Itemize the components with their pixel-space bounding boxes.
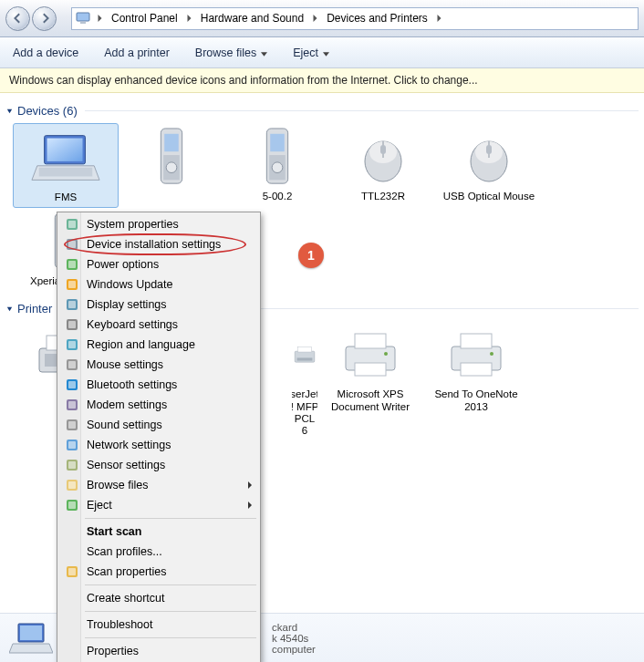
menu-item[interactable]: Start scan — [59, 522, 258, 542]
svg-rect-58 — [68, 361, 76, 368]
menu-item-label: Device installation settings — [87, 238, 221, 251]
menu-item[interactable]: Scan profiles... — [59, 542, 258, 562]
browse-files-button[interactable]: Browse files — [195, 47, 267, 59]
laptop-icon — [9, 620, 53, 657]
printer-label: serJet ! MFP PCL 6 — [292, 388, 317, 437]
menu-separator — [85, 637, 256, 638]
breadcrumb-item[interactable]: Devices and Printers — [321, 8, 433, 29]
device-label: 5-00.2 — [263, 191, 293, 202]
printer-item-xps[interactable]: Microsoft XPS Document Writer — [317, 321, 423, 440]
svg-rect-34 — [355, 334, 386, 348]
menu-item[interactable]: Scan properties — [59, 562, 258, 582]
menu-item[interactable]: Eject — [59, 495, 258, 515]
chevron-right-icon[interactable] — [183, 15, 195, 22]
menu-item[interactable]: Power options — [59, 254, 258, 274]
menu-item[interactable]: Device installation settings — [59, 234, 258, 254]
address-bar[interactable]: Control Panel Hardware and Sound Devices… — [71, 7, 639, 30]
menu-item[interactable]: Mouse settings — [59, 355, 258, 375]
menu-item[interactable]: Browse files — [59, 475, 258, 495]
device-item-phone[interactable]: 5-00.2 — [224, 123, 330, 208]
svg-rect-54 — [68, 321, 76, 328]
svg-rect-62 — [68, 401, 76, 409]
menu-item[interactable]: System properties — [59, 214, 258, 234]
power-icon — [65, 257, 79, 272]
menu-item-label: Region and language — [87, 338, 195, 351]
breadcrumb-item[interactable]: Hardware and Sound — [195, 8, 309, 29]
printer-item-laserjet[interactable]: serJet ! MFP PCL 6 — [292, 321, 317, 440]
monitor-icon — [65, 217, 79, 232]
menu-item[interactable]: Sound settings — [59, 415, 258, 435]
chevron-right-icon[interactable] — [433, 15, 445, 22]
printer-icon — [441, 325, 512, 387]
device-icon — [65, 237, 79, 252]
add-device-button[interactable]: Add a device — [13, 47, 78, 59]
svg-rect-3 — [47, 139, 83, 161]
menu-item-label: Sensor settings — [87, 459, 165, 471]
eject-button[interactable]: Eject — [293, 47, 329, 59]
menu-item[interactable]: Keyboard settings — [59, 315, 258, 335]
menu-item[interactable]: Create shortcut — [59, 588, 258, 608]
svg-rect-50 — [68, 281, 76, 288]
menu-item-label: Sound settings — [87, 419, 162, 431]
sound-icon — [65, 418, 79, 432]
svg-point-12 — [272, 162, 283, 173]
eject-icon — [65, 498, 79, 512]
back-button[interactable] — [5, 6, 30, 31]
menu-item[interactable]: Troubleshoot — [59, 615, 258, 635]
menu-item-label: Properties — [87, 645, 139, 657]
svg-rect-35 — [355, 363, 386, 376]
shield-icon — [65, 564, 79, 579]
browse-files-label: Browse files — [195, 47, 256, 59]
info-bar[interactable]: Windows can display enhanced device icon… — [0, 68, 644, 93]
printer-item-onenote[interactable]: Send To OneNote 2013 — [423, 321, 529, 440]
chevron-right-icon[interactable] — [309, 15, 321, 22]
menu-item-label: Start scan — [87, 525, 141, 538]
chevron-right-icon[interactable] — [94, 15, 106, 22]
menu-item[interactable]: Modem settings — [59, 395, 258, 415]
menu-item[interactable]: Network settings — [59, 435, 258, 455]
network-icon — [65, 438, 79, 452]
sensor-icon — [65, 458, 79, 472]
printer-icon — [292, 325, 317, 387]
menu-item-label: Keyboard settings — [87, 318, 178, 331]
update-icon — [65, 277, 79, 292]
svg-rect-1 — [80, 22, 86, 24]
svg-rect-20 — [486, 145, 492, 154]
folder-icon — [65, 478, 79, 492]
menu-item[interactable]: Display settings — [59, 295, 258, 315]
menu-item[interactable]: Windows Update — [59, 274, 258, 295]
mouse-icon — [65, 357, 79, 372]
forward-button[interactable] — [32, 6, 57, 31]
menu-item-label: Windows Update — [87, 278, 173, 291]
printer-label: Send To OneNote 2013 — [427, 388, 525, 412]
add-printer-button[interactable]: Add a printer — [104, 47, 170, 59]
svg-point-8 — [166, 162, 177, 173]
eject-label: Eject — [293, 47, 318, 59]
svg-rect-4 — [39, 168, 93, 177]
device-item-usb-mouse[interactable]: USB Optical Mouse — [436, 123, 542, 208]
menu-item[interactable]: Properties — [59, 641, 258, 661]
menu-item-label: Modem settings — [87, 398, 167, 411]
menu-item-label: Power options — [87, 258, 159, 271]
menu-item-label: Mouse settings — [87, 358, 163, 371]
menu-item[interactable]: Bluetooth settings — [59, 375, 258, 395]
device-item-ttl232r[interactable]: TTL232R — [330, 123, 436, 208]
svg-rect-31 — [297, 347, 311, 353]
device-item-fms[interactable]: FMS — [13, 123, 119, 208]
svg-rect-66 — [68, 441, 76, 449]
menu-separator — [85, 518, 256, 519]
breadcrumb-item[interactable]: Control Panel — [106, 8, 183, 29]
menu-item[interactable]: Sensor settings — [59, 455, 258, 475]
menu-item[interactable]: Region and language — [59, 335, 258, 355]
display-icon — [65, 297, 79, 312]
svg-rect-56 — [68, 341, 76, 348]
laptop-icon — [30, 128, 101, 190]
device-item-phone[interactable] — [119, 123, 224, 208]
group-header-devices[interactable]: Devices (6) — [5, 100, 639, 121]
collapse-icon — [5, 305, 14, 313]
menu-item-label: Scan profiles... — [87, 545, 162, 558]
command-bar: Add a device Add a printer Browse files … — [0, 37, 644, 68]
svg-rect-39 — [461, 363, 492, 376]
printer-icon — [335, 325, 406, 387]
svg-rect-52 — [68, 301, 76, 308]
